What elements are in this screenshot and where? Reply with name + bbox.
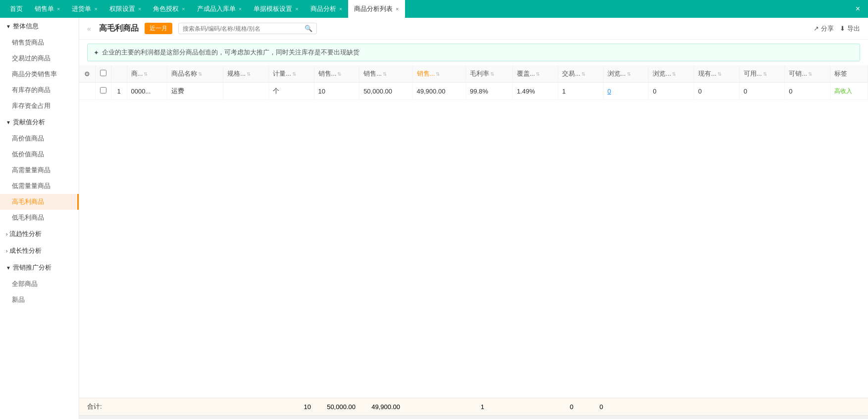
nav-label-purchase-order: 进货单 — [72, 4, 91, 13]
sort-icon-spec: ⇅ — [247, 71, 251, 77]
sidebar-item-low-value[interactable]: 低价值商品 — [0, 146, 79, 162]
sort-icon-sellable: ⇅ — [808, 71, 812, 77]
arrow-icon-trend: › — [6, 232, 7, 237]
nav-item-product-entry[interactable]: 产成品入库单 × — [191, 0, 248, 18]
sidebar-item-high-margin[interactable]: 高毛利商品 — [0, 194, 79, 210]
col-product-name[interactable]: 商品名称⇅ — [167, 65, 223, 83]
row-sales-qty-0: 10 — [314, 83, 359, 100]
sort-icon-current-stock: ⇅ — [717, 71, 721, 77]
nav-item-purchase-order[interactable]: 进货单 × — [66, 0, 103, 18]
row-sellable-0: 0 — [785, 83, 830, 100]
nav-item-role-auth[interactable]: 角色授权 × — [147, 0, 191, 18]
sidebar-item-goods-analysis[interactable]: 商品分类销售率 — [0, 66, 79, 82]
sidebar-group-growth-analysis[interactable]: › 成长性分析 — [0, 242, 79, 259]
nav-close-order-template[interactable]: × — [295, 6, 298, 12]
footer-current-stock: 0 — [548, 403, 577, 411]
footer-sales-qty: 10 — [290, 403, 315, 411]
table-body: 1 0000... 运费 个 10 50,000.00 49,900.00 99… — [79, 83, 868, 100]
nav-close-product-entry[interactable]: × — [239, 6, 242, 12]
sidebar-group-marketing-analysis[interactable]: ▼ 营销推广分析 — [0, 259, 79, 276]
sidebar-item-inventory-goods[interactable]: 有库存的商品 — [0, 82, 79, 98]
top-nav: 首页 销售单 × 进货单 × 权限设置 × 角色授权 × 产成品入库单 × 单据… — [0, 0, 868, 18]
col-product-code[interactable]: 商...⇅ — [127, 65, 167, 83]
search-icon[interactable]: 🔍 — [305, 25, 312, 32]
nav-item-sales-order[interactable]: 销售单 × — [29, 0, 66, 18]
col-unit[interactable]: 计量...⇅ — [268, 65, 314, 83]
nav-item-permission-settings[interactable]: 权限设置 × — [103, 0, 147, 18]
row-spec-0 — [223, 83, 269, 100]
sort-icon-sales-cost: ⇅ — [436, 71, 440, 77]
col-browse1[interactable]: 浏览...⇅ — [603, 65, 649, 83]
header-actions: ↗ 分享 ⬇ 导出 — [814, 24, 860, 33]
sort-icon-coverage: ⇅ — [536, 71, 540, 77]
sidebar-collapse-btn[interactable]: « — [87, 25, 91, 33]
col-trade-count[interactable]: 交易...⇅ — [558, 65, 604, 83]
table-row: 1 0000... 运费 个 10 50,000.00 49,900.00 99… — [79, 83, 868, 100]
sort-icon-browse1: ⇅ — [627, 71, 631, 77]
col-browse2[interactable]: 浏览...⇅ — [649, 65, 694, 83]
footer-trade-count: 1 — [463, 403, 488, 411]
nav-label-product-analysis: 商品分析 — [310, 4, 336, 13]
col-sales-cost[interactable]: 销售...⇅ — [412, 65, 465, 83]
sort-icon-product-name: ⇅ — [198, 71, 202, 77]
nav-close-purchase-order[interactable]: × — [94, 6, 97, 12]
col-gross-rate[interactable]: 毛利率⇅ — [465, 65, 512, 83]
sidebar-item-traded-goods[interactable]: 交易过的商品 — [0, 50, 79, 66]
row-sales-cost-0: 49,900.00 — [412, 83, 465, 100]
sidebar-item-all-goods[interactable]: 全部商品 — [0, 276, 79, 292]
col-current-stock[interactable]: 现有...⇅ — [694, 65, 740, 83]
row-browse1-0[interactable]: 0 — [603, 83, 649, 100]
share-btn[interactable]: ↗ 分享 — [814, 24, 834, 33]
nav-close-permission-settings[interactable]: × — [138, 6, 141, 12]
col-available-stock[interactable]: 可用...⇅ — [739, 65, 785, 83]
col-sales-qty[interactable]: 销售...⇅ — [314, 65, 359, 83]
filter-recent-month-btn[interactable]: 近一月 — [145, 23, 172, 34]
sidebar-item-new-goods[interactable]: 新品 — [0, 292, 79, 308]
col-sales-amount[interactable]: 销售...⇅ — [359, 65, 412, 83]
row-checkbox-0[interactable] — [95, 83, 111, 100]
sidebar-group-trend-analysis[interactable]: › 流趋性分析 — [0, 226, 79, 242]
arrow-icon-cost: ▼ — [6, 120, 11, 125]
sort-icon-gross-rate: ⇅ — [490, 71, 494, 77]
nav-close-product-analysis[interactable]: × — [339, 6, 342, 12]
sidebar-item-low-demand[interactable]: 低需量量商品 — [0, 178, 79, 194]
page-title: 高毛利商品 — [99, 23, 139, 34]
col-checkbox[interactable] — [95, 65, 111, 83]
export-btn[interactable]: ⬇ 导出 — [840, 24, 860, 33]
col-sellable[interactable]: 可销...⇅ — [785, 65, 830, 83]
col-tag[interactable]: 标签 — [830, 65, 868, 83]
sidebar-item-inventory-ratio[interactable]: 库存资金占用 — [0, 98, 79, 114]
info-icon: ✦ — [94, 49, 99, 56]
sidebar-item-high-value[interactable]: 高价值商品 — [0, 131, 79, 146]
search-input[interactable] — [183, 25, 302, 32]
sidebar-group-cost-analysis[interactable]: ▼ 贡献值分析 — [0, 114, 79, 131]
col-coverage[interactable]: 覆盖...⇅ — [512, 65, 558, 83]
table-wrapper: ⚙ 商...⇅ 商品名称⇅ 规格...⇅ 计量...⇅ 销售...⇅ 销售...… — [79, 65, 868, 398]
col-settings[interactable]: ⚙ — [79, 65, 95, 83]
row-gross-rate-0: 99.8% — [465, 83, 512, 100]
sort-icon-trade-count: ⇅ — [581, 71, 585, 77]
nav-close-product-analysis-list[interactable]: × — [396, 6, 399, 12]
sidebar-group-label-growth: 成长性分析 — [9, 246, 42, 255]
nav-label-role-auth: 角色授权 — [153, 4, 179, 13]
nav-item-order-template[interactable]: 单据模板设置 × — [248, 0, 304, 18]
sidebar-group-label-trend: 流趋性分析 — [9, 230, 42, 238]
nav-label-home: 首页 — [10, 4, 23, 13]
nav-item-home[interactable]: 首页 — [4, 0, 29, 18]
window-close-btn[interactable]: × — [852, 4, 864, 13]
nav-item-product-analysis-list[interactable]: 商品分析列表 × — [348, 0, 405, 18]
select-all-checkbox[interactable] — [100, 70, 106, 76]
bottom-scrollbar[interactable] — [79, 415, 868, 419]
sidebar: ▼ 整体信息 销售货商品 交易过的商品 商品分类销售率 有库存的商品 库存资金占… — [0, 18, 79, 419]
nav-item-product-analysis[interactable]: 商品分析 × — [305, 0, 348, 18]
sidebar-item-sales-goods[interactable]: 销售货商品 — [0, 35, 79, 50]
row-check-0[interactable] — [100, 87, 106, 93]
nav-close-role-auth[interactable]: × — [182, 6, 185, 12]
sidebar-item-high-demand[interactable]: 高需量量商品 — [0, 162, 79, 178]
sidebar-item-low-margin[interactable]: 低毛利商品 — [0, 210, 79, 226]
row-num-0: 1 — [111, 83, 127, 100]
content-area: « 高毛利商品 近一月 🔍 ↗ 分享 ⬇ 导出 ✦ 企业的主要的利润都 — [79, 18, 868, 419]
nav-close-sales-order[interactable]: × — [57, 6, 60, 12]
col-spec[interactable]: 规格...⇅ — [223, 65, 269, 83]
sidebar-group-overall-info[interactable]: ▼ 整体信息 — [0, 18, 79, 35]
